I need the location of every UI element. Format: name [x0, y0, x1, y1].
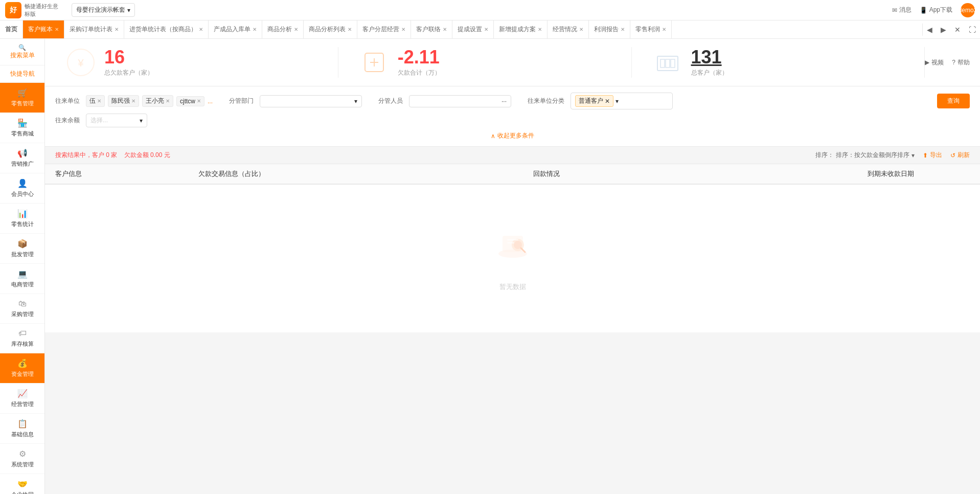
close-icon[interactable]: ✕ — [443, 27, 447, 32]
export-icon: ⬆ — [923, 152, 928, 159]
filter-tag-chenminqiang[interactable]: 陈民强 ✕ — [108, 95, 139, 107]
close-icon[interactable]: ✕ — [662, 27, 666, 32]
close-icon[interactable]: ✕ — [401, 27, 405, 32]
basic-info-icon: 📋 — [17, 419, 28, 429]
close-icon[interactable]: ✕ — [97, 98, 101, 104]
empty-state: 暂无数据 — [45, 185, 980, 332]
tab-customer-tier[interactable]: 客户分层经营 ✕ — [357, 20, 411, 39]
chevron-down-icon: ▾ — [140, 117, 143, 124]
close-icon[interactable]: ✕ — [55, 27, 59, 32]
category-tag[interactable]: 普通客户 ✕ — [575, 95, 613, 107]
query-button[interactable]: 查询 — [937, 94, 970, 108]
col-header-due-date: 到期未收款日期 — [868, 169, 970, 178]
tab-product-instock[interactable]: 产成品入库单 ✕ — [209, 20, 262, 39]
category-select[interactable]: 普通客户 ✕ ▾ — [571, 93, 673, 109]
stats-row: ¥ 16 总欠款客户（家） — [45, 39, 980, 86]
total-debtors-label: 总欠款客户（家） — [104, 69, 153, 77]
sidebar-item-finance[interactable]: 💰 资金管理 — [0, 353, 44, 384]
sidebar-item-marketing[interactable]: 📢 营销推广 — [0, 143, 44, 173]
mall-icon: 🏪 — [17, 118, 28, 128]
sidebar-search[interactable]: 🔍 搜索菜单 — [0, 39, 44, 65]
tab-product-analysis-list[interactable]: 商品分析列表 ✕ — [304, 20, 357, 39]
filter-tag-wangxiaoliang[interactable]: 王小亮 ✕ — [142, 95, 173, 107]
close-icon[interactable]: ✕ — [579, 27, 583, 32]
more-icon: ··· — [502, 98, 507, 105]
stat-debt-amount: -2.11 欠款合计（万） — [338, 47, 632, 78]
logo-text: 畅捷通好生意 标版 — [25, 3, 58, 17]
chevron-up-icon: ∧ — [491, 132, 495, 140]
sidebar-item-system[interactable]: ⚙ 系统管理 — [0, 444, 44, 474]
close-icon[interactable]: ✕ — [348, 27, 352, 32]
close-icon[interactable]: ✕ — [166, 98, 170, 104]
tab-commission-settings[interactable]: 提成设置 ✕ — [452, 20, 494, 39]
tab-product-analysis[interactable]: 商品分析 ✕ — [262, 20, 304, 39]
close-icon[interactable]: ✕ — [115, 27, 119, 32]
help-button[interactable]: ? 帮助 — [952, 58, 970, 67]
more-tags-button[interactable]: ... — [208, 98, 213, 105]
tab-new-commission[interactable]: 新增提成方案 ✕ — [494, 20, 548, 39]
tab-retail-profit[interactable]: 零售利润 ✕ — [630, 20, 672, 39]
sidebar-item-member-center[interactable]: 👤 会员中心 — [0, 173, 44, 204]
sidebar-item-retail-stats[interactable]: 📊 零售统计 — [0, 204, 44, 234]
total-customers-label: 总客户（家） — [691, 69, 728, 77]
tab-prev-button[interactable]: ◀ — [923, 24, 937, 36]
filter-area: 往来单位 伍 ✕ 陈民强 ✕ 王小亮 — [45, 86, 980, 147]
tenant-selector[interactable]: 母婴行业演示帐套 ▾ — [72, 3, 135, 17]
tab-maximize-button[interactable]: ⛶ — [965, 24, 980, 36]
quick-nav[interactable]: 快捷导航 — [0, 65, 44, 83]
dept-select[interactable]: ▾ — [260, 95, 362, 107]
close-icon[interactable]: ✕ — [131, 98, 135, 104]
sidebar-item-retail-management[interactable]: 🛒 零售管理 — [0, 83, 44, 113]
message-button[interactable]: ✉ 消息 — [892, 6, 911, 14]
filter-row-1: 往来单位 伍 ✕ 陈民强 ✕ 王小亮 — [55, 93, 970, 109]
sidebar-item-purchase[interactable]: 🛍 采购管理 — [0, 294, 44, 324]
balance-select[interactable]: 选择... ▾ — [86, 114, 147, 127]
filter-tag-wu[interactable]: 伍 ✕ — [86, 95, 105, 107]
tab-operations[interactable]: 经营情况 ✕ — [548, 20, 589, 39]
marketing-icon: 📢 — [17, 148, 28, 158]
refresh-button[interactable]: ↺ 刷新 — [950, 151, 970, 160]
close-icon[interactable]: ✕ — [253, 27, 257, 32]
unit-category-label: 往来单位分类 — [528, 97, 564, 105]
close-icon[interactable]: ✕ — [484, 27, 488, 32]
tab-next-button[interactable]: ▶ — [937, 24, 950, 36]
svg-rect-5 — [666, 59, 670, 68]
sidebar-item-ecommerce[interactable]: 💻 电商管理 — [0, 264, 44, 294]
tab-close-all-button[interactable]: ✕ — [950, 24, 965, 36]
sidebar-item-retail-mall[interactable]: 🏪 零售商城 — [0, 113, 44, 143]
sidebar-item-enterprise-collab[interactable]: 🤝 企业协同 — [0, 474, 44, 494]
close-icon[interactable]: ✕ — [538, 27, 542, 32]
filter-tag-cjttcw[interactable]: cjttcw ✕ — [176, 96, 204, 106]
sidebar-item-operations[interactable]: 📈 经营管理 — [0, 384, 44, 414]
tab-customer-ledger[interactable]: 客户账本 ✕ — [23, 20, 64, 39]
video-button[interactable]: ▶ 视频 — [925, 58, 944, 67]
collapse-button[interactable]: ∧ 收起更多条件 — [491, 131, 534, 140]
close-icon[interactable]: ✕ — [294, 27, 298, 32]
tab-profit-report[interactable]: 利润报告 ✕ — [589, 20, 630, 39]
tab-customer-contact[interactable]: 客户联络 ✕ — [411, 20, 452, 39]
tab-purchase-stats-by-product[interactable]: 进货单统计表（按商品） ✕ — [124, 20, 209, 39]
sidebar-item-batch-management[interactable]: 📦 批发管理 — [0, 234, 44, 264]
sidebar-item-inventory[interactable]: 🏷 库存核算 — [0, 324, 44, 353]
batch-icon: 📦 — [17, 239, 28, 249]
app-download-button[interactable]: 📱 App下载 — [920, 6, 952, 14]
collab-icon: 🤝 — [17, 479, 28, 489]
svg-text:¥: ¥ — [77, 57, 84, 69]
sidebar-item-basic-info[interactable]: 📋 基础信息 — [0, 414, 44, 444]
close-icon[interactable]: ✕ — [605, 98, 610, 105]
tab-purchase-order-stats[interactable]: 采购订单统计表 ✕ — [64, 20, 124, 39]
stat-info-debt: -2.11 欠款合计（万） — [398, 48, 441, 77]
person-select[interactable]: ··· — [409, 95, 511, 107]
close-icon[interactable]: ✕ — [621, 27, 625, 32]
close-icon[interactable]: ✕ — [197, 98, 201, 104]
stat-icon-customers — [652, 47, 683, 78]
tab-home[interactable]: 首页 — [0, 20, 23, 39]
avatar[interactable]: demo2 — [961, 3, 975, 17]
stat-actions: ▶ 视频 ? 帮助 — [925, 58, 970, 67]
sort-selector[interactable]: 排序： 排序：按欠款金额倒序排序 ▾ — [815, 151, 915, 160]
results-text: 搜索结果中，客户 0 家 欠款金额 0.00 元 — [55, 151, 170, 160]
col-header-payment: 回款情况 — [533, 169, 868, 178]
top-bar: 好 畅捷通好生意 标版 母婴行业演示帐套 ▾ ✉ 消息 📱 App下载 demo… — [0, 0, 980, 20]
close-icon[interactable]: ✕ — [199, 27, 203, 32]
export-button[interactable]: ⬆ 导出 — [923, 151, 942, 160]
